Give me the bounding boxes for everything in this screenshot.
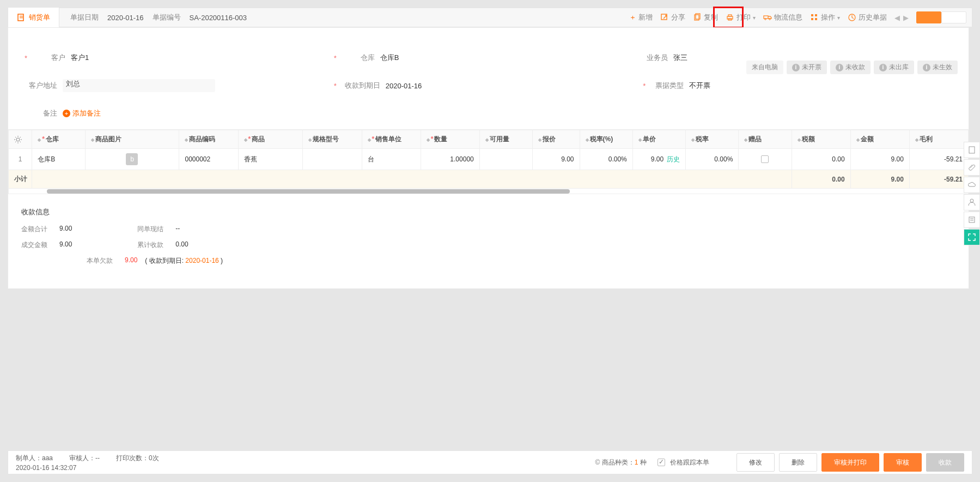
share-button[interactable]: 分享: [660, 13, 685, 22]
column-settings[interactable]: [9, 130, 32, 149]
gear-icon: [14, 136, 22, 143]
print-button[interactable]: 打印 ▾: [726, 13, 756, 22]
audit-button[interactable]: 审核: [884, 453, 922, 472]
svg-rect-26: [969, 217, 975, 222]
footer-timestamp: 2020-01-16 14:32:07: [16, 464, 159, 472]
gift-checkbox[interactable]: [761, 155, 769, 163]
col-image[interactable]: ◆商品图片: [85, 130, 179, 149]
owe-due-date: 2020-01-16: [185, 257, 218, 264]
active-tab[interactable]: 销货单: [8, 8, 59, 27]
field-remark: 备注 + 添加备注: [25, 109, 334, 118]
table-header: ◆*仓库 ◆商品图片 ◆商品编码 ◆*商品 ◆规格型号 ◆*销售单位 ◆*数量 …: [9, 130, 969, 149]
col-spec[interactable]: ◆规格型号: [303, 130, 362, 149]
invoice-type-value[interactable]: 不开票: [689, 81, 710, 91]
col-product[interactable]: ◆*商品: [238, 130, 303, 149]
col-unit[interactable]: ◆*销售单位: [362, 130, 421, 149]
col-tax-rate[interactable]: ◆税率: [686, 130, 739, 149]
scrollbar-thumb[interactable]: [47, 189, 570, 194]
cell-spec: [303, 149, 362, 170]
total-amount: 9.00: [59, 225, 72, 234]
col-code[interactable]: ◆商品编码: [179, 130, 238, 149]
cell-product: 香蕉: [238, 149, 303, 170]
address-value[interactable]: 刘总: [63, 79, 215, 92]
col-unit-price[interactable]: ◆单价: [632, 130, 685, 149]
add-remark-button[interactable]: + 添加备注: [63, 109, 101, 118]
cell-price: 9.00: [533, 149, 580, 170]
history-button[interactable]: 历史单据: [848, 13, 887, 22]
svg-rect-2: [20, 17, 23, 18]
status-unpaid[interactable]: i未收款: [830, 61, 871, 74]
rail-note[interactable]: [964, 142, 980, 158]
svg-point-11: [769, 19, 771, 20]
date-value: 2020-01-16: [107, 14, 144, 22]
svg-rect-13: [815, 14, 817, 16]
status-unshipped[interactable]: i未出库: [874, 61, 914, 74]
copy-button[interactable]: 复制: [693, 13, 718, 22]
price-follow-checkbox[interactable]: [658, 459, 665, 466]
info-icon: i: [836, 64, 843, 71]
maker: aaa: [42, 454, 53, 462]
attach-icon: [967, 163, 976, 172]
edit-button[interactable]: 修改: [736, 453, 775, 472]
rail-expand[interactable]: [964, 229, 980, 245]
delete-button[interactable]: 删除: [779, 453, 817, 472]
record-pager: ◀ ▶: [894, 14, 909, 22]
svg-rect-24: [969, 147, 975, 153]
user-icon: [967, 198, 976, 207]
footer-meta: 制单人：aaa 审核人：-- 打印次数：0次 2020-01-16 14:32:…: [16, 454, 159, 472]
next-record[interactable]: ▶: [903, 14, 909, 22]
col-avail[interactable]: ◆可用量: [479, 130, 532, 149]
price-follow[interactable]: 价格跟踪本单: [658, 458, 709, 467]
field-customer: *客户 客户1: [25, 53, 334, 63]
rail-log[interactable]: [964, 212, 980, 228]
plus-circle-icon: +: [63, 110, 70, 117]
topbar: 销货单 单据日期 2020-01-16 单据编号 SA-20200116-003…: [8, 8, 972, 27]
status-inactive[interactable]: i未生效: [917, 61, 958, 74]
prev-record[interactable]: ◀: [894, 14, 900, 22]
col-amount[interactable]: ◆金额: [850, 130, 909, 149]
col-warehouse[interactable]: ◆*仓库: [32, 130, 85, 149]
truck-icon: [763, 13, 772, 22]
status-uninvoiced[interactable]: i未开票: [787, 61, 827, 74]
no-value: SA-20200116-003: [190, 14, 247, 22]
warehouse-value[interactable]: 仓库B: [380, 53, 399, 63]
cell-amount: 9.00: [850, 149, 909, 170]
view-grid[interactable]: [941, 11, 966, 23]
toolbar-actions: ＋ 新增 分享 复制 打印 ▾ 物流信息 操作: [629, 11, 972, 23]
col-price[interactable]: ◆报价: [533, 130, 580, 149]
table-row[interactable]: 1 仓库B b 0000002 香蕉 台 1.00000 9.00 0.00% …: [9, 149, 969, 170]
cell-profit: -59.21: [909, 149, 968, 170]
svg-rect-15: [815, 18, 817, 20]
col-gift[interactable]: ◆赠品: [739, 130, 792, 149]
svg-rect-7: [728, 15, 732, 16]
footer: 制单人：aaa 审核人：-- 打印次数：0次 2020-01-16 14:32:…: [8, 450, 972, 474]
operate-button[interactable]: 操作 ▾: [810, 13, 840, 22]
salesman-value[interactable]: 张三: [673, 53, 687, 63]
rail-attach[interactable]: [964, 159, 980, 176]
logistics-button[interactable]: 物流信息: [763, 13, 802, 22]
view-list[interactable]: [916, 11, 941, 23]
field-due: *收款到期日 2020-01-16: [334, 79, 643, 92]
col-qty[interactable]: ◆*数量: [421, 130, 479, 149]
svg-rect-12: [811, 14, 813, 16]
share-icon: [660, 13, 669, 22]
subtotal-row: 小计 0.00 9.00 -59.21: [9, 170, 969, 189]
svg-rect-1: [20, 16, 23, 16]
due-value[interactable]: 2020-01-16: [386, 82, 422, 90]
audit-print-button[interactable]: 审核并打印: [821, 453, 879, 472]
payment-info: 收款信息 金额合计9.00 同单现结-- 成交金额9.00 累计收款0.00 本…: [8, 194, 969, 288]
owe-amount: 9.00: [125, 256, 137, 266]
note-icon: [967, 146, 976, 154]
history-link[interactable]: 历史: [667, 155, 680, 163]
rail-user[interactable]: [964, 194, 980, 210]
col-profit[interactable]: ◆毛利: [909, 130, 968, 149]
new-button[interactable]: ＋ 新增: [629, 13, 653, 22]
horizontal-scrollbar[interactable]: [8, 189, 969, 194]
cloud-icon: [967, 180, 976, 189]
customer-value[interactable]: 客户1: [71, 53, 89, 63]
col-rate[interactable]: ◆税率(%): [580, 130, 632, 149]
rail-cloud[interactable]: [964, 177, 980, 193]
cell-image: b: [85, 149, 179, 170]
svg-point-23: [16, 138, 20, 141]
col-tax-amount[interactable]: ◆税额: [792, 130, 850, 149]
